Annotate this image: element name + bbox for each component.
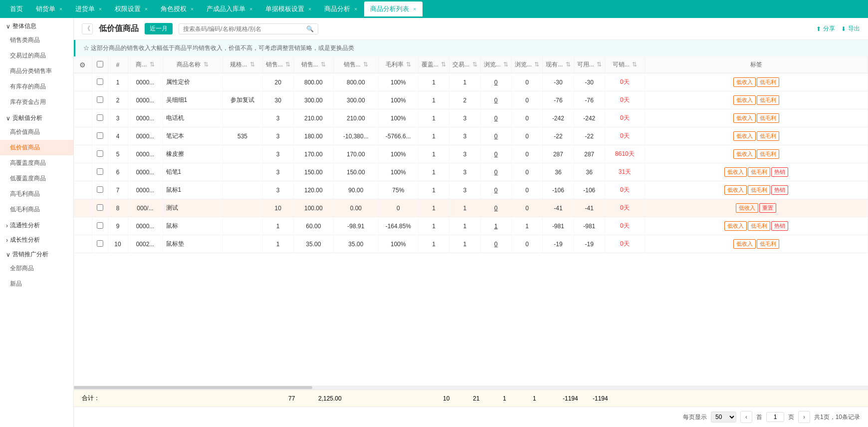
row-checkbox[interactable] [97, 204, 103, 211]
checkbox-cell[interactable] [92, 163, 108, 181]
gross-rate-cell: -164.85% [378, 217, 418, 235]
export-button[interactable]: ⬇ 导出 [841, 24, 860, 33]
view1-cell[interactable]: 0 [480, 127, 511, 145]
usable-col-header[interactable]: 可用... ⇅ [574, 56, 605, 73]
current-cell: -242 [543, 109, 574, 127]
checkbox-cell[interactable] [92, 109, 108, 127]
salable-days-cell: 0天 [605, 199, 645, 217]
row-checkbox[interactable] [97, 186, 103, 193]
prev-page-button[interactable]: ‹ [740, 411, 752, 423]
page-size-select[interactable]: 50 100 [711, 412, 736, 423]
code-col-header[interactable]: 商... ⇅ [128, 56, 163, 73]
nav-product-in[interactable]: 产成品入库单 × [201, 1, 258, 16]
sidebar-item-traded-goods[interactable]: 交易过的商品 [0, 48, 73, 63]
scroll-thumb[interactable] [74, 386, 312, 389]
sale-amount-cell: 210.00 [293, 109, 333, 127]
view1-cell[interactable]: 0 [480, 91, 511, 109]
sidebar-group-flow[interactable]: › 流通性分析 [0, 217, 73, 232]
coverage-col-header[interactable]: 覆盖... ⇅ [418, 56, 449, 73]
checkbox-cell[interactable] [92, 181, 108, 199]
next-page-button[interactable]: › [798, 411, 810, 423]
spec-cell [222, 235, 262, 253]
row-checkbox[interactable] [97, 114, 103, 121]
gross-rate-col-header[interactable]: 毛利率 ⇅ [378, 56, 418, 73]
current-cell: -19 [543, 235, 574, 253]
spec-col-header[interactable]: 规格... ⇅ [222, 56, 262, 73]
checkbox-cell[interactable] [92, 73, 108, 91]
checkbox-cell[interactable] [92, 199, 108, 217]
sidebar-item-high-coverage[interactable]: 高覆盖度商品 [0, 155, 73, 171]
nav-role-auth[interactable]: 角色授权 × [155, 1, 200, 16]
view1-cell[interactable]: 0 [480, 73, 511, 91]
tag-热销: 热销 [771, 185, 788, 195]
row-checkbox[interactable] [97, 150, 103, 157]
coverage-cell: 1 [418, 127, 449, 145]
sidebar-item-low-value[interactable]: 低价值商品 [0, 140, 73, 155]
sidebar-item-high-margin[interactable]: 高毛利商品 [0, 186, 73, 202]
view1-col-header[interactable]: 浏览... ⇅ [480, 56, 511, 73]
sidebar-group-contribution[interactable]: ∨ 贡献值分析 [0, 110, 73, 124]
current-col-header[interactable]: 现有... ⇅ [543, 56, 574, 73]
view1-cell[interactable]: 0 [480, 235, 511, 253]
sale-profit-col-header[interactable]: 销售... ⇅ [333, 56, 378, 73]
search-icon[interactable]: 🔍 [306, 25, 314, 32]
sidebar-item-low-coverage[interactable]: 低覆盖度商品 [0, 171, 73, 186]
nav-template[interactable]: 单据模板设置 × [259, 1, 317, 16]
row-checkbox[interactable] [97, 132, 103, 139]
sidebar-item-all-goods[interactable]: 全部商品 [0, 261, 73, 276]
search-input[interactable] [183, 25, 303, 32]
view1-cell[interactable]: 1 [480, 217, 511, 235]
usable-cell: -106 [574, 181, 605, 199]
row-checkbox[interactable] [97, 240, 103, 247]
sidebar-group-overall[interactable]: ∨ 整体信息 [0, 18, 73, 32]
view1-cell[interactable]: 0 [480, 181, 511, 199]
collapse-sidebar-button[interactable]: 《 [82, 23, 93, 34]
sidebar-item-low-margin[interactable]: 低毛利商品 [0, 202, 73, 217]
nav-goods-analysis[interactable]: 商品分析 × [318, 1, 363, 16]
row-checkbox[interactable] [97, 168, 103, 175]
salable-col-header[interactable]: 可销... ⇅ [605, 56, 645, 73]
page-number-input[interactable] [766, 412, 784, 422]
row-checkbox[interactable] [97, 96, 103, 103]
checkbox-cell[interactable] [92, 127, 108, 145]
trade-col-header[interactable]: 交易... ⇅ [449, 56, 480, 73]
sidebar-group-marketing[interactable]: ∨ 营销推广分析 [0, 246, 73, 261]
sale-amount-cell: 800.00 [293, 73, 333, 91]
view1-cell[interactable]: 0 [480, 199, 511, 217]
sidebar-item-new-goods[interactable]: 新品 [0, 276, 73, 292]
checkbox-cell[interactable] [92, 235, 108, 253]
share-button[interactable]: ⬆ 分享 [816, 24, 835, 33]
name-cell: 吴细细1 [163, 91, 222, 109]
sale-qty-col-header[interactable]: 销售... ⇅ [262, 56, 293, 73]
trade-cell: 1 [449, 235, 480, 253]
sale-amount-col-header[interactable]: 销售... ⇅ [293, 56, 333, 73]
nav-sales[interactable]: 销货单 × [30, 1, 68, 16]
checkbox-col[interactable] [92, 56, 108, 73]
view1-cell[interactable]: 0 [480, 145, 511, 163]
code-cell: 0000... [128, 73, 163, 91]
scroll-track[interactable] [74, 386, 868, 390]
salable-days-cell: 0天 [605, 73, 645, 91]
sidebar-item-stock-goods[interactable]: 有库存的商品 [0, 79, 73, 94]
sidebar-item-stock-funds[interactable]: 库存资金占用 [0, 94, 73, 110]
checkbox-cell[interactable] [92, 91, 108, 109]
view2-col-header[interactable]: 浏览... ⇅ [511, 56, 542, 73]
row-checkbox[interactable] [97, 78, 103, 85]
nav-permissions[interactable]: 权限设置 × [109, 1, 154, 16]
row-checkbox[interactable] [97, 222, 103, 229]
checkbox-cell[interactable] [92, 145, 108, 163]
nav-purchase[interactable]: 进货单 × [69, 1, 108, 16]
view1-cell[interactable]: 0 [480, 109, 511, 127]
select-all-checkbox[interactable] [97, 61, 103, 67]
sidebar-item-sales-goods[interactable]: 销售类商品 [0, 32, 73, 48]
nav-home[interactable]: 首页 [4, 1, 29, 16]
name-col-header[interactable]: 商品名称 ⇅ [163, 56, 222, 73]
checkbox-cell[interactable] [92, 217, 108, 235]
settings-col[interactable]: ⚙ [74, 56, 92, 73]
sidebar-item-category-sales[interactable]: 商品分类销售率 [0, 63, 73, 79]
nav-goods-list[interactable]: 商品分析列表 × [364, 1, 422, 16]
sidebar-group-growth[interactable]: › 成长性分析 [0, 232, 73, 246]
time-filter-button[interactable]: 近一月 [145, 23, 173, 34]
view1-cell[interactable]: 0 [480, 163, 511, 181]
sidebar-item-high-value[interactable]: 高价值商品 [0, 124, 73, 140]
